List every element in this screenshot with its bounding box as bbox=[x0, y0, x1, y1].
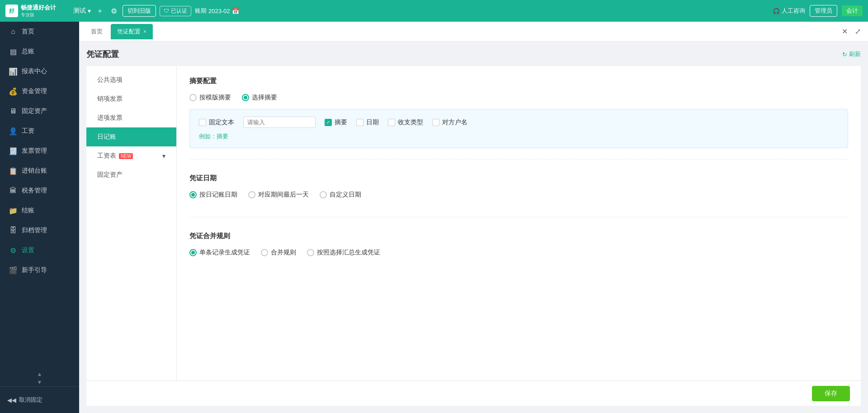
sidebar-label-settings: 设置 bbox=[22, 246, 34, 254]
left-nav-fixed-assets[interactable]: 固定资产 bbox=[86, 165, 176, 184]
checkbox-counterpart[interactable]: 对方户名 bbox=[432, 118, 467, 127]
left-nav-sales-invoice[interactable]: 销项发票 bbox=[86, 89, 176, 108]
radio-label-single-record: 单条记录生成凭证 bbox=[199, 249, 250, 257]
sidebar-label-archive: 归档管理 bbox=[22, 226, 47, 235]
section-summary-config: 摘要配置 按模版摘要 选择摘要 bbox=[189, 77, 848, 160]
sidebar-item-fixed-assets[interactable]: 🖥 固定资产 bbox=[0, 101, 79, 121]
tax-icon: 🏛 bbox=[9, 187, 17, 195]
logo: 好 畅捷通好会计 专业版 bbox=[5, 4, 69, 18]
radio-circle-single-record bbox=[189, 249, 197, 256]
role-button[interactable]: 会计 bbox=[842, 5, 863, 16]
sidebar-label-guide: 新手引导 bbox=[22, 266, 47, 274]
service-button[interactable]: 🎧 人工咨询 bbox=[773, 7, 805, 15]
checkbox-label-counterpart: 对方户名 bbox=[442, 118, 467, 127]
tab-actions: ✕ ⤢ bbox=[840, 25, 863, 38]
fixed-text-input[interactable] bbox=[243, 117, 316, 128]
guide-icon: 🎬 bbox=[9, 266, 17, 274]
radio-label-merge-rule: 合并规则 bbox=[271, 249, 296, 257]
capital-icon: 💰 bbox=[9, 87, 17, 95]
project-selector[interactable]: 测试 ▾ bbox=[73, 7, 91, 15]
save-bar: 保存 bbox=[86, 380, 861, 406]
invoice-icon: 🧾 bbox=[9, 147, 17, 155]
radio-aggregate[interactable]: 按照选择汇总生成凭证 bbox=[307, 249, 380, 257]
logo-sub-text: 专业版 bbox=[21, 12, 56, 18]
checkbox-pay-type[interactable]: 收支类型 bbox=[388, 118, 423, 127]
home-icon: ⌂ bbox=[9, 28, 17, 36]
page-header: 凭证配置 ↻ 刷新 bbox=[86, 49, 861, 60]
sidebar-item-home[interactable]: ⌂ 首页 bbox=[0, 22, 79, 42]
settings-icon[interactable]: ⚙ bbox=[109, 5, 119, 17]
close-button[interactable]: ✕ bbox=[840, 25, 849, 38]
radio-select-summary[interactable]: 选择摘要 bbox=[242, 94, 277, 102]
sidebar-label-invoice: 发票管理 bbox=[22, 147, 47, 155]
left-nav-public[interactable]: 公共选项 bbox=[86, 70, 176, 89]
main-layout: ⌂ 首页 ▤ 总账 📊 报表中心 💰 资金管理 🖥 固定资产 👤 工资 bbox=[0, 22, 868, 413]
tab-voucher-config[interactable]: 凭证配置 × bbox=[111, 24, 153, 39]
sidebar-item-invoice[interactable]: 🧾 发票管理 bbox=[0, 141, 79, 161]
user-button[interactable]: 管理员 bbox=[810, 5, 837, 17]
sidebar-item-tax[interactable]: 🏛 税务管理 bbox=[0, 181, 79, 201]
sidebar-label-home: 首页 bbox=[22, 28, 34, 36]
sidebar-item-reports[interactable]: 📊 报表中心 bbox=[0, 61, 79, 81]
sidebar-item-close[interactable]: 📁 结账 bbox=[0, 201, 79, 221]
settings-gear-icon: ⚙ bbox=[9, 246, 17, 254]
sidebar-item-sales-ledger[interactable]: 📋 进销台账 bbox=[0, 161, 79, 181]
radio-template-summary[interactable]: 按模版摘要 bbox=[189, 94, 231, 102]
left-nav-journal[interactable]: 日记账 bbox=[86, 127, 176, 146]
checkbox-label-pay-type: 收支类型 bbox=[398, 118, 423, 127]
refresh-button[interactable]: ↻ 刷新 bbox=[842, 50, 861, 58]
radio-single-record[interactable]: 单条记录生成凭证 bbox=[189, 249, 250, 257]
summary-checkbox-area: 固定文本 摘要 日期 bbox=[189, 109, 848, 148]
tab-close-icon[interactable]: × bbox=[143, 28, 146, 35]
radio-custom-date[interactable]: 自定义日期 bbox=[320, 191, 361, 199]
left-nav-purchase-invoice[interactable]: 进项发票 bbox=[86, 108, 176, 127]
right-content: 摘要配置 按模版摘要 选择摘要 bbox=[177, 66, 861, 380]
radio-journal-date[interactable]: 按日记账日期 bbox=[189, 191, 237, 199]
calendar-icon[interactable]: 📅 bbox=[232, 8, 239, 14]
sidebar-item-payroll[interactable]: 👤 工资 bbox=[0, 121, 79, 141]
save-button[interactable]: 保存 bbox=[812, 386, 850, 401]
sidebar-item-ledger[interactable]: ▤ 总账 bbox=[0, 42, 79, 61]
checkbox-fixed-text[interactable]: 固定文本 bbox=[199, 118, 234, 127]
ledger-icon: ▤ bbox=[9, 47, 17, 56]
sidebar-item-guide[interactable]: 🎬 新手引导 bbox=[0, 260, 79, 280]
left-nav-payroll-table[interactable]: 工资表 NEW ▾ bbox=[86, 146, 176, 165]
checkbox-date[interactable]: 日期 bbox=[356, 118, 379, 127]
radio-last-day[interactable]: 对应期间最后一天 bbox=[248, 191, 309, 199]
scroll-down-icon[interactable]: ▼ bbox=[37, 378, 42, 386]
scroll-up-icon[interactable]: ▲ bbox=[37, 370, 42, 378]
topbar: 好 畅捷通好会计 专业版 测试 ▾ ＋ ⚙ 切到旧版 🛡 已认证 账期 2023… bbox=[0, 0, 868, 22]
merge-radio-group: 单条记录生成凭证 合并规则 按照选择汇总生成凭证 bbox=[189, 249, 848, 257]
checkbox-box-pay-type bbox=[388, 119, 395, 126]
sidebar-scroll-arrows: ▲ ▼ bbox=[0, 370, 79, 386]
checkbox-box-summary bbox=[325, 119, 332, 126]
tab-home[interactable]: 首页 bbox=[85, 24, 109, 39]
chevron-right-icon: ▾ bbox=[162, 152, 165, 160]
section-date-title: 凭证日期 bbox=[189, 174, 848, 183]
switch-version-button[interactable]: 切到旧版 bbox=[123, 5, 156, 17]
fixed-assets-icon: 🖥 bbox=[9, 107, 17, 115]
sidebar-label-tax: 税务管理 bbox=[22, 187, 47, 195]
sidebar-label-capital: 资金管理 bbox=[22, 87, 47, 95]
checkbox-box-date bbox=[356, 119, 363, 126]
add-button[interactable]: ＋ bbox=[94, 5, 105, 18]
sidebar-item-archive[interactable]: 🗄 归档管理 bbox=[0, 221, 79, 240]
inner-layout: 公共选项 销项发票 进项发票 日记账 工资表 NEW bbox=[86, 66, 861, 380]
checkbox-box-counterpart bbox=[432, 119, 439, 126]
sidebar-scroll: ⌂ 首页 ▤ 总账 📊 报表中心 💰 资金管理 🖥 固定资产 👤 工资 bbox=[0, 22, 79, 370]
content-area: 首页 凭证配置 × ✕ ⤢ 凭证配置 ↻ 刷新 bbox=[79, 22, 868, 413]
checkbox-label-fixed-text: 固定文本 bbox=[209, 118, 234, 127]
radio-merge-rule[interactable]: 合并规则 bbox=[261, 249, 296, 257]
expand-button[interactable]: ⤢ bbox=[853, 25, 863, 38]
refresh-icon: ↻ bbox=[842, 51, 847, 58]
section-merge-title: 凭证合并规则 bbox=[189, 232, 848, 240]
radio-circle-merge-rule bbox=[261, 249, 268, 256]
cancel-fixed-button[interactable]: ◀◀ 取消固定 bbox=[0, 391, 79, 408]
radio-label-journal-date: 按日记账日期 bbox=[199, 191, 237, 199]
sidebar-item-capital[interactable]: 💰 资金管理 bbox=[0, 81, 79, 101]
checkbox-summary[interactable]: 摘要 bbox=[325, 118, 347, 127]
sidebar-item-settings[interactable]: ⚙ 设置 bbox=[0, 240, 79, 260]
certified-badge: 🛡 已认证 bbox=[160, 6, 191, 16]
radio-label-select: 选择摘要 bbox=[252, 94, 277, 102]
topbar-center: 测试 ▾ ＋ ⚙ 切到旧版 🛡 已认证 账期 2023-02 📅 bbox=[73, 5, 768, 18]
